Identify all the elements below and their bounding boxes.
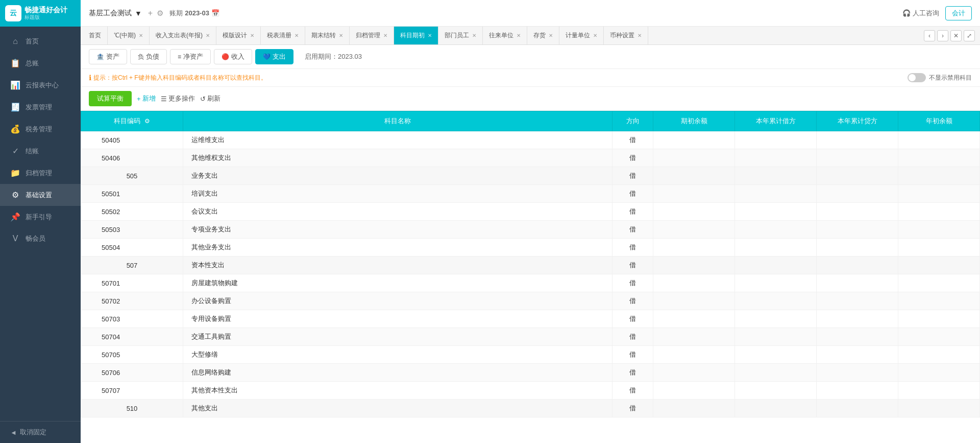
tab-dept[interactable]: 部门员工✕ bbox=[438, 27, 483, 45]
topbar-right: 🎧 人工咨询 会计 bbox=[902, 6, 972, 20]
table-row[interactable]: 50706信息网络购建借 bbox=[81, 364, 980, 382]
add-btn[interactable]: + 新增 bbox=[137, 94, 156, 103]
table-row[interactable]: 50702办公设备购置借 bbox=[81, 292, 980, 310]
tab-close-tax[interactable]: ✕ bbox=[295, 33, 299, 38]
table-row[interactable]: 50703专用设备购置借 bbox=[81, 310, 980, 328]
filter-tab-expenditure[interactable]: 💙支出 bbox=[255, 49, 293, 64]
more-btn[interactable]: ☰ 更多操作 bbox=[161, 94, 195, 103]
tab-next-btn[interactable]: › bbox=[937, 30, 948, 41]
cell-direction: 借 bbox=[612, 131, 653, 149]
sidebar-item-invoice[interactable]: 🧾发票管理 bbox=[0, 96, 81, 118]
sidebar-item-guide[interactable]: 📌新手引导 bbox=[0, 206, 81, 228]
tab-prev-btn[interactable]: ‹ bbox=[924, 30, 935, 41]
refresh-btn[interactable]: ↺ 刷新 bbox=[200, 94, 220, 103]
tab-close-all-btn[interactable]: ✕ bbox=[950, 30, 962, 41]
cell-annual-credit bbox=[817, 346, 898, 364]
table-row[interactable]: 50504其他业务支出借 bbox=[81, 239, 980, 257]
sidebar-item-member[interactable]: V畅会员 bbox=[0, 228, 81, 249]
tab-close-currency[interactable]: ✕ bbox=[638, 33, 642, 38]
sidebar-item-settlement[interactable]: ✓结账 bbox=[0, 140, 81, 162]
table-row[interactable]: 50707其他资本性支出借 bbox=[81, 382, 980, 400]
tab-units[interactable]: 往来单位✕ bbox=[483, 27, 527, 45]
tab-close-period[interactable]: ✕ bbox=[139, 33, 143, 38]
tab-close-archive[interactable]: ✕ bbox=[383, 33, 387, 38]
period-display: 账期 2023-03 📅 bbox=[169, 9, 219, 18]
tab-measure[interactable]: 计量单位✕ bbox=[559, 27, 604, 45]
sidebar-item-settings[interactable]: ⚙基础设置 bbox=[0, 184, 81, 206]
tab-period_end[interactable]: 期末结转✕ bbox=[305, 27, 350, 45]
tab-label-currency: 币种设置 bbox=[610, 31, 634, 40]
tab-close-income[interactable]: ✕ bbox=[206, 33, 210, 38]
tab-close-units[interactable]: ✕ bbox=[517, 33, 521, 38]
table-row[interactable]: 505业务支出借 bbox=[81, 167, 980, 185]
tab-home[interactable]: 首页 bbox=[83, 27, 108, 45]
cell-name: 培训支出 bbox=[183, 185, 612, 203]
col-settings-icon[interactable]: ⚙ bbox=[144, 118, 150, 125]
cell-code: 50502 bbox=[81, 203, 183, 221]
nav-icon-archive: 📁 bbox=[10, 168, 20, 178]
add-project-btn[interactable]: + bbox=[148, 9, 153, 18]
filter-label-liability: 负债 bbox=[146, 52, 159, 61]
sidebar-item-archive[interactable]: 📁归档管理 bbox=[0, 162, 81, 184]
settings-icon[interactable]: ⚙ bbox=[157, 9, 163, 18]
table-row[interactable]: 50502会议支出借 bbox=[81, 203, 980, 221]
sidebar-item-ledger[interactable]: 📋总账 bbox=[0, 52, 81, 74]
sidebar-item-tax[interactable]: 💰税务管理 bbox=[0, 118, 81, 140]
sidebar-item-reports[interactable]: 📊云报表中心 bbox=[0, 74, 81, 96]
tab-subject[interactable]: 科目期初✕ bbox=[394, 27, 438, 45]
filter-tab-asset[interactable]: 🏦资产 bbox=[89, 49, 127, 64]
filter-tab-income2[interactable]: 🔴收入 bbox=[214, 49, 252, 64]
tab-close-subject[interactable]: ✕ bbox=[428, 33, 432, 38]
table-row[interactable]: 50503专项业务支出借 bbox=[81, 221, 980, 239]
period-info: 启用期间：2023.03 bbox=[305, 52, 362, 61]
account-btn[interactable]: 会计 bbox=[945, 6, 972, 20]
filter-tab-liability[interactable]: 负负债 bbox=[130, 49, 167, 64]
tab-close-measure[interactable]: ✕ bbox=[593, 33, 597, 38]
tab-close-inventory[interactable]: ✕ bbox=[549, 33, 553, 38]
nav-label-member: 畅会员 bbox=[26, 234, 45, 243]
table-container: 科目编码 ⚙科目名称方向期初余额本年累计借方本年累计贷方年初余额 50405运维… bbox=[81, 111, 980, 443]
project-name: 基层工会测试 bbox=[89, 9, 132, 18]
tab-tax[interactable]: 税表清册✕ bbox=[261, 27, 305, 45]
disable-toggle[interactable] bbox=[908, 73, 926, 82]
tab-period[interactable]: ℃(中期)✕ bbox=[108, 27, 150, 45]
table-row[interactable]: 510其他支出借 bbox=[81, 400, 980, 417]
tab-currency[interactable]: 币种设置✕ bbox=[604, 27, 648, 45]
tab-close-dept[interactable]: ✕ bbox=[472, 33, 476, 38]
cell-direction: 借 bbox=[612, 328, 653, 346]
table-row[interactable]: 50705大型修缮借 bbox=[81, 346, 980, 364]
consult-btn[interactable]: 🎧 人工咨询 bbox=[902, 9, 939, 18]
cell-annual-debit bbox=[735, 257, 817, 274]
cell-name: 其他资本性支出 bbox=[183, 382, 612, 400]
tab-income[interactable]: 收入支出表(年报)✕ bbox=[150, 27, 216, 45]
cell-code: 50701 bbox=[81, 274, 183, 292]
refresh-label: 刷新 bbox=[207, 94, 220, 103]
table-row[interactable]: 507资本性支出借 bbox=[81, 257, 980, 274]
tab-expand-btn[interactable]: ⤢ bbox=[964, 30, 975, 41]
table-row[interactable]: 50405运维维支出借 bbox=[81, 131, 980, 149]
tab-archive[interactable]: 归档管理✕ bbox=[350, 27, 394, 45]
cell-annual-debit bbox=[735, 364, 817, 382]
tab-close-period_end[interactable]: ✕ bbox=[339, 33, 343, 38]
project-selector[interactable]: 基层工会测试 ▼ bbox=[89, 9, 142, 18]
tab-template[interactable]: 模版设计✕ bbox=[216, 27, 261, 45]
tab-inventory[interactable]: 存货✕ bbox=[527, 27, 559, 45]
balance-btn[interactable]: 试算平衡 bbox=[89, 91, 132, 106]
cell-name: 会议支出 bbox=[183, 203, 612, 221]
calendar-icon[interactable]: 📅 bbox=[211, 9, 219, 17]
tab-label-home: 首页 bbox=[89, 31, 101, 40]
cell-code: 50503 bbox=[81, 221, 183, 239]
table-row[interactable]: 50704交通工具购置借 bbox=[81, 328, 980, 346]
cell-year-balance bbox=[898, 292, 980, 310]
cell-code: 50406 bbox=[81, 149, 183, 167]
table-row[interactable]: 50501培训支出借 bbox=[81, 185, 980, 203]
nav-label-guide: 新手引导 bbox=[26, 213, 52, 222]
table-row[interactable]: 50701房屋建筑物购建借 bbox=[81, 274, 980, 292]
sidebar-collapse-btn[interactable]: ◄ 取消固定 bbox=[0, 421, 81, 443]
table-row[interactable]: 50406其他维权支出借 bbox=[81, 149, 980, 167]
filter-icon-expenditure: 💙 bbox=[263, 53, 271, 60]
tab-close-template[interactable]: ✕ bbox=[250, 33, 254, 38]
sidebar-item-home[interactable]: ⌂首页 bbox=[0, 31, 81, 52]
filter-tab-net_asset[interactable]: ≡净资产 bbox=[170, 49, 211, 64]
cell-opening-balance bbox=[653, 400, 735, 417]
